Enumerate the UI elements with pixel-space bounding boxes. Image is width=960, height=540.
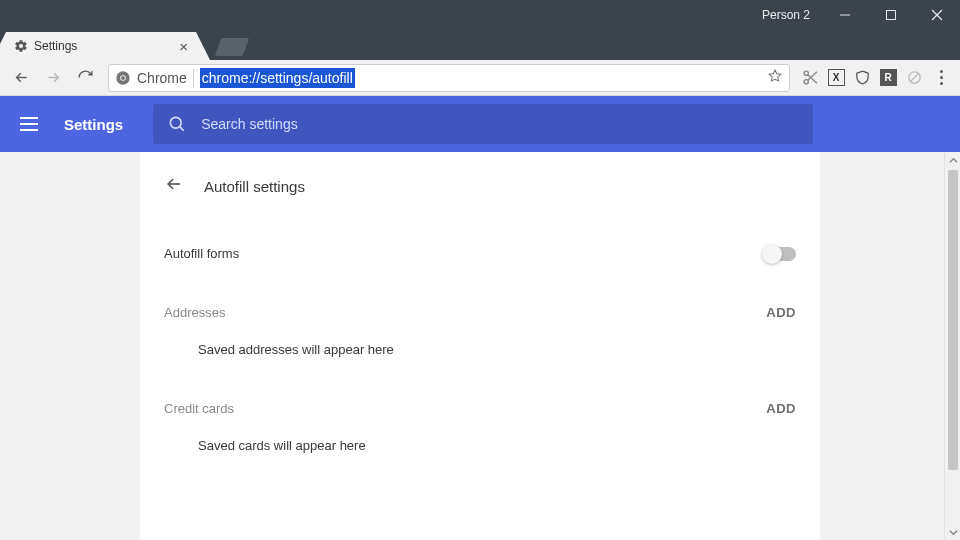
- browser-tab[interactable]: Settings ×: [6, 32, 196, 60]
- svg-point-10: [171, 117, 182, 128]
- svg-rect-1: [887, 11, 896, 20]
- settings-card: Autofill settings Autofill forms Address…: [140, 152, 820, 540]
- minimize-icon: [839, 9, 851, 21]
- star-icon: [767, 68, 783, 84]
- chrome-icon: [115, 70, 131, 86]
- bookmark-button[interactable]: [767, 68, 783, 87]
- extension-shield[interactable]: [850, 65, 874, 91]
- extension-r[interactable]: R: [876, 65, 900, 91]
- url-text: chrome://settings/autofill: [200, 68, 355, 88]
- svg-point-6: [121, 76, 125, 80]
- nav-reload-button[interactable]: [70, 63, 100, 93]
- credit-cards-section-label: Credit cards: [164, 401, 234, 416]
- origin-label: Chrome: [137, 70, 187, 86]
- addresses-add-button[interactable]: ADD: [766, 305, 796, 320]
- tab-title: Settings: [34, 39, 77, 53]
- window-maximize-button[interactable]: [868, 0, 914, 30]
- settings-search[interactable]: [153, 104, 813, 144]
- close-icon: [931, 9, 943, 21]
- hamburger-icon: [20, 117, 38, 119]
- boxed-x-icon: X: [828, 69, 845, 86]
- circle-slash-icon: [906, 69, 923, 86]
- omnibox-separator: [193, 69, 194, 87]
- svg-point-8: [804, 80, 808, 84]
- window-close-button[interactable]: [914, 0, 960, 30]
- arrow-left-icon: [164, 174, 184, 194]
- settings-title: Settings: [64, 116, 123, 133]
- credit-cards-add-button[interactable]: ADD: [766, 401, 796, 416]
- credit-cards-empty-text: Saved cards will appear here: [198, 438, 796, 453]
- svg-point-7: [804, 71, 808, 75]
- svg-line-11: [180, 127, 184, 131]
- settings-back-button[interactable]: [164, 174, 184, 198]
- address-bar[interactable]: Chrome chrome://settings/autofill: [108, 64, 790, 92]
- nav-back-button[interactable]: [6, 63, 36, 93]
- settings-search-input[interactable]: [201, 116, 799, 132]
- vertical-scrollbar[interactable]: [944, 152, 960, 540]
- extension-scissors[interactable]: [798, 65, 822, 91]
- chevron-up-icon: [949, 156, 958, 165]
- autofill-forms-toggle[interactable]: [762, 247, 796, 261]
- scrollbar-thumb[interactable]: [948, 170, 958, 470]
- tab-close-button[interactable]: ×: [179, 39, 188, 54]
- browser-menu-button[interactable]: [928, 65, 954, 91]
- scroll-down-button[interactable]: [945, 524, 960, 540]
- search-icon: [167, 114, 187, 134]
- extension-x[interactable]: X: [824, 65, 848, 91]
- scroll-up-button[interactable]: [945, 152, 960, 168]
- addresses-empty-text: Saved addresses will appear here: [198, 342, 796, 357]
- extension-circle[interactable]: [902, 65, 926, 91]
- settings-menu-button[interactable]: [14, 111, 44, 137]
- arrow-right-icon: [45, 69, 62, 86]
- maximize-icon: [885, 9, 897, 21]
- autofill-forms-label: Autofill forms: [164, 246, 239, 261]
- profile-label[interactable]: Person 2: [750, 8, 822, 22]
- window-minimize-button[interactable]: [822, 0, 868, 30]
- scissors-icon: [802, 69, 819, 86]
- chevron-down-icon: [949, 528, 958, 537]
- new-tab-button[interactable]: [215, 38, 250, 56]
- boxed-r-icon: R: [880, 69, 897, 86]
- dots-icon: [940, 70, 943, 73]
- gear-icon: [14, 39, 28, 53]
- shield-icon: [854, 69, 871, 86]
- arrow-left-icon: [13, 69, 30, 86]
- page-heading: Autofill settings: [204, 178, 305, 195]
- nav-forward-button[interactable]: [38, 63, 68, 93]
- reload-icon: [77, 69, 94, 86]
- addresses-section-label: Addresses: [164, 305, 225, 320]
